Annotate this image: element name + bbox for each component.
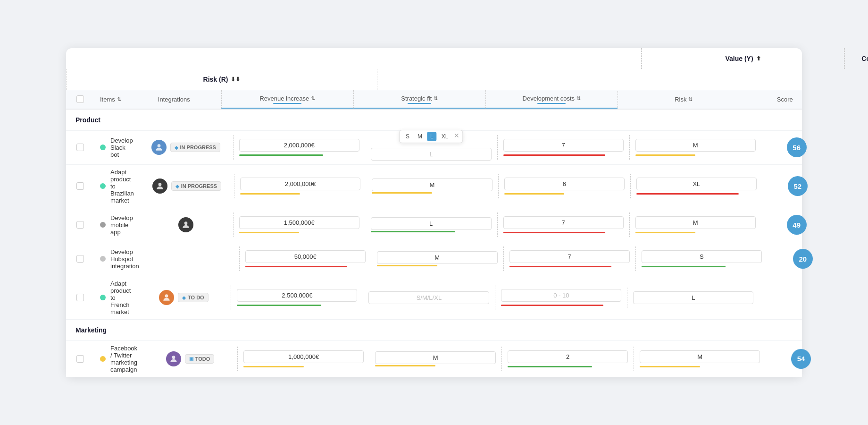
items-header[interactable]: Items ⇅ bbox=[94, 91, 127, 108]
strategic-fit-input[interactable] bbox=[371, 148, 492, 161]
strategic-fit-input[interactable] bbox=[377, 251, 498, 264]
risk-sort-icon[interactable]: ⬇⬇ bbox=[231, 76, 240, 83]
picker-xl[interactable]: XL bbox=[438, 132, 452, 141]
risk-input[interactable] bbox=[635, 216, 756, 229]
picker-delete[interactable]: ✕ bbox=[454, 132, 459, 141]
avatar bbox=[151, 140, 167, 155]
strategic-cell bbox=[369, 348, 501, 370]
strategic-fit-input[interactable] bbox=[371, 217, 492, 230]
column-groups: Value (Y) ⬆ Costs (X) ⬇ Risk (R) ⬇⬇ bbox=[66, 48, 802, 90]
svg-point-4 bbox=[172, 356, 175, 359]
strategic-cell bbox=[363, 288, 495, 308]
row-checkbox[interactable] bbox=[76, 182, 84, 190]
score-badge: 20 bbox=[793, 249, 813, 269]
risk-input[interactable] bbox=[640, 350, 760, 363]
item-cell: Adapt product to French market bbox=[94, 276, 136, 319]
picker-s[interactable]: S bbox=[402, 132, 413, 141]
row-checkbox[interactable] bbox=[76, 255, 84, 263]
strategic-fit-input[interactable] bbox=[375, 351, 496, 364]
strategic-cell bbox=[366, 175, 498, 197]
revenue-input[interactable] bbox=[240, 178, 360, 190]
dev-costs-input[interactable] bbox=[501, 289, 621, 302]
strategic-header[interactable]: Strategic fit ⇅ bbox=[353, 90, 485, 109]
integrations-header: Integrations bbox=[127, 91, 221, 108]
revenue-label: Revenue increase bbox=[259, 95, 309, 102]
svg-point-1 bbox=[158, 183, 161, 186]
status-badge: ◆ IN PROGRESS bbox=[170, 143, 220, 152]
dev-costs-sort[interactable]: ⇅ bbox=[576, 95, 581, 102]
row-checkbox-cell bbox=[66, 178, 94, 194]
dev-costs-input[interactable] bbox=[508, 350, 628, 363]
revenue-input[interactable] bbox=[239, 216, 359, 229]
sub-header-row: Items ⇅ Integrations Revenue increase ⇅ … bbox=[66, 90, 802, 110]
value-group-label: Value (Y) bbox=[725, 55, 753, 62]
dev-costs-cell bbox=[498, 174, 630, 198]
dev-costs-header[interactable]: Development costs ⇅ bbox=[485, 90, 618, 109]
status-dot bbox=[100, 295, 106, 300]
integration-cell: ▣ TODO bbox=[143, 348, 237, 370]
score-label: Score bbox=[777, 96, 793, 103]
item-cell: Develop Slack bot bbox=[94, 133, 139, 162]
integration-cell bbox=[145, 255, 239, 263]
revenue-input[interactable] bbox=[245, 250, 366, 263]
risk-input[interactable] bbox=[636, 178, 757, 190]
item-name: Adapt product to French market bbox=[110, 280, 131, 315]
risk-input[interactable] bbox=[635, 139, 756, 152]
revenue-cell bbox=[239, 246, 371, 271]
revenue-input[interactable] bbox=[243, 350, 364, 363]
picker-l[interactable]: L bbox=[427, 132, 437, 141]
risk-label: Risk bbox=[675, 96, 686, 103]
revenue-header[interactable]: Revenue increase ⇅ bbox=[221, 90, 353, 109]
avatar bbox=[178, 217, 193, 232]
revenue-input[interactable] bbox=[239, 139, 359, 152]
sections-container: Product Develop Slack bot ◆ IN PROGRESS bbox=[66, 110, 802, 377]
dev-costs-input[interactable] bbox=[503, 216, 624, 229]
strategic-cell: S M L XL ✕ bbox=[365, 131, 497, 164]
strategic-fit-input[interactable] bbox=[372, 178, 492, 191]
dev-costs-input[interactable] bbox=[504, 178, 625, 190]
strategic-cell bbox=[365, 213, 497, 236]
risk-group: Risk (R) ⬇⬇ bbox=[66, 69, 377, 90]
dev-costs-input[interactable] bbox=[509, 250, 630, 263]
row-checkbox[interactable] bbox=[76, 355, 84, 363]
revenue-cell bbox=[234, 174, 366, 198]
revenue-input[interactable] bbox=[237, 289, 357, 302]
score-cell: 52 bbox=[762, 172, 833, 200]
table-row: Adapt product to French market ◆ TO DO bbox=[66, 276, 802, 320]
select-all-checkbox[interactable] bbox=[76, 95, 84, 103]
row-checkbox[interactable] bbox=[76, 221, 84, 229]
risk-sort[interactable]: ⇅ bbox=[688, 96, 693, 102]
svg-point-2 bbox=[184, 221, 187, 225]
risk-group-label: Risk (R) bbox=[203, 76, 228, 83]
picker-m[interactable]: M bbox=[414, 132, 426, 141]
items-sort[interactable]: ⇅ bbox=[117, 96, 121, 102]
integrations-label: Integrations bbox=[158, 96, 190, 103]
avatar bbox=[159, 290, 174, 305]
risk-input[interactable] bbox=[633, 291, 753, 304]
row-checkbox[interactable] bbox=[76, 144, 84, 151]
value-sort-icon[interactable]: ⬆ bbox=[756, 55, 761, 62]
risk-cell bbox=[634, 347, 766, 371]
strategic-fit-input[interactable] bbox=[368, 291, 489, 304]
revenue-cell bbox=[233, 212, 365, 237]
row-checkbox-cell bbox=[66, 351, 94, 366]
integration-cell: ◆ IN PROGRESS bbox=[139, 136, 233, 159]
status-dot bbox=[100, 256, 106, 262]
score-cell: 56 bbox=[761, 134, 832, 161]
risk-cell bbox=[630, 174, 762, 198]
integration-cell bbox=[139, 213, 233, 236]
risk-input[interactable] bbox=[642, 250, 762, 263]
dev-costs-cell bbox=[503, 246, 635, 271]
score-badge: 49 bbox=[787, 215, 807, 235]
row-checkbox[interactable] bbox=[76, 294, 84, 301]
revenue-sort[interactable]: ⇅ bbox=[311, 95, 315, 102]
revenue-cell bbox=[231, 285, 363, 310]
score-cell bbox=[759, 294, 830, 301]
risk-header[interactable]: Risk ⇅ bbox=[618, 91, 750, 108]
svg-point-3 bbox=[165, 294, 168, 298]
item-cell: Facebook / Twitter marketing campaign bbox=[94, 341, 143, 377]
risk-cell bbox=[627, 288, 759, 308]
dev-costs-input[interactable] bbox=[503, 139, 624, 152]
strategic-sort[interactable]: ⇅ bbox=[434, 95, 438, 102]
row-checkbox-cell bbox=[66, 140, 94, 155]
